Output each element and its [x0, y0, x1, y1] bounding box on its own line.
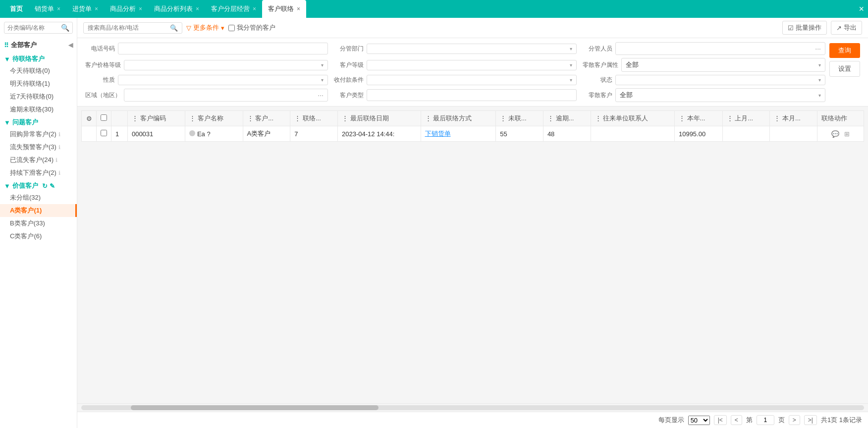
col-contact-count[interactable]: ⋮ 联络...	[290, 111, 338, 126]
sidebar-item-abnormal-repurchase[interactable]: 回购异常客户(2) ℹ	[0, 128, 77, 141]
tab-customer-contact[interactable]: 客户联络 ×	[262, 0, 306, 18]
sidebar-item-c-class[interactable]: C类客户(6)	[0, 230, 77, 243]
row-customer-level: A类客户	[243, 126, 290, 142]
col-last-month[interactable]: ⋮ 上月...	[722, 111, 770, 126]
chevron-down-dept: ▾	[570, 46, 572, 52]
col-history-contact[interactable]: ⋮ 往来单位联系人	[591, 111, 674, 126]
row-last-contact-method[interactable]: 下销货单	[421, 126, 496, 142]
refresh-icon[interactable]: ↻	[42, 182, 48, 190]
price-level-label: 客户价格等级	[85, 61, 121, 69]
next-page-button[interactable]: >	[789, 415, 800, 425]
sidebar-item-a-class[interactable]: A类客户(1)	[0, 204, 77, 217]
sidebar-item-tomorrow-pending[interactable]: 明天待联络(1)	[0, 77, 77, 90]
dept-dropdown[interactable]: ▾	[367, 44, 577, 54]
sidebar-item-unclassified[interactable]: 未分组(32)	[0, 191, 77, 204]
batch-operation-button[interactable]: ☑ 批量操作	[782, 21, 827, 35]
customer-level-dropdown[interactable]: ▾	[367, 60, 577, 70]
scroll-thumb[interactable]	[131, 405, 379, 410]
sidebar-item-lost-customer[interactable]: 已流失客户(24) ℹ	[0, 154, 77, 166]
row-last-month	[722, 126, 770, 142]
close-product-analysis[interactable]: ×	[139, 5, 142, 12]
col-customer-name[interactable]: ⋮ 客户名称	[185, 111, 243, 126]
sidebar-item-7day-pending[interactable]: 近7天待联络(0)	[0, 90, 77, 103]
col-no-contact[interactable]: ⋮ 未联...	[496, 111, 543, 126]
collapse-icon[interactable]: ◀	[68, 42, 73, 49]
sidebar-search-input[interactable]	[7, 24, 59, 31]
col-customer-code[interactable]: ⋮ 客户编码	[127, 111, 185, 126]
close-sales-order[interactable]: ×	[57, 5, 60, 12]
status-label: 状态	[583, 76, 612, 84]
message-icon[interactable]: 💬	[831, 130, 839, 138]
col-last-contact-method[interactable]: ⋮ 最后联络方式	[421, 111, 496, 126]
close-purchase-order[interactable]: ×	[95, 5, 98, 12]
tab-sales-order[interactable]: 销货单 ×	[29, 0, 66, 18]
all-customers-header[interactable]: ⠿ 全部客户 ◀	[0, 38, 77, 53]
col-this-year[interactable]: ⋮ 本年...	[674, 111, 722, 126]
info-icon: ℹ	[58, 131, 60, 138]
chevron-down-status: ▾	[818, 77, 821, 83]
row-history-contact	[591, 126, 674, 142]
tab-customer-tier[interactable]: 客户分层经营 ×	[205, 0, 262, 18]
sidebar-search-box[interactable]: 🔍	[4, 22, 73, 34]
col-last-contact-date[interactable]: ⋮ 最后联络日期	[338, 111, 421, 126]
tab-purchase-order[interactable]: 进货单 ×	[66, 0, 104, 18]
sidebar-item-overdue-pending[interactable]: 逾期未联络(30)	[0, 103, 77, 116]
nature-label: 性质	[85, 76, 115, 84]
dots-icon-manager[interactable]: ···	[815, 45, 821, 53]
dots-icon-region[interactable]: ···	[318, 91, 324, 99]
retail-customer-label: 零散客户	[583, 91, 612, 100]
select-all-checkbox[interactable]	[101, 114, 107, 121]
sidebar-item-loss-warning[interactable]: 流失预警客户(3) ℹ	[0, 141, 77, 154]
value-group-label[interactable]: ▼ 价值客户 ↻ ✎	[0, 179, 77, 191]
search-box[interactable]: 🔍	[83, 22, 182, 34]
tab-home[interactable]: 首页	[4, 0, 29, 18]
region-input[interactable]: ···	[124, 89, 328, 102]
sidebar-item-today-pending[interactable]: 今天待联络(0)	[0, 64, 77, 77]
edit-icon[interactable]: ✎	[50, 182, 55, 190]
tab-product-analysis-list[interactable]: 商品分析列表 ×	[148, 0, 205, 18]
payment-dropdown[interactable]: ▾	[367, 75, 577, 85]
sidebar-item-b-class[interactable]: B类客户(33)	[0, 217, 77, 230]
first-page-button[interactable]: |<	[714, 415, 727, 425]
pending-contact-group-label[interactable]: ▼ 待联络客户	[0, 53, 77, 64]
status-dropdown[interactable]: ▾	[615, 75, 825, 85]
nature-dropdown[interactable]: ▾	[118, 75, 328, 85]
page-size-select[interactable]: 50 100 200	[688, 416, 710, 425]
more-filters-button[interactable]: ▽ 更多条件 ▾	[186, 23, 224, 32]
col-overdue[interactable]: ⋮ 逾期...	[543, 111, 591, 126]
close-customer-tier[interactable]: ×	[253, 5, 256, 12]
close-customer-contact[interactable]: ×	[297, 5, 300, 12]
page-number-input[interactable]	[757, 415, 774, 425]
export-button[interactable]: ↗ 导出	[831, 21, 862, 35]
settings-button[interactable]: 设置	[829, 61, 860, 77]
row-checkbox[interactable]	[97, 126, 111, 142]
retail-attr-dropdown[interactable]: 全部 ▾	[621, 58, 825, 72]
col-settings[interactable]: ⚙	[82, 111, 97, 126]
tab-product-analysis[interactable]: 商品分析 ×	[104, 0, 148, 18]
grid-icon[interactable]: ⊞	[844, 130, 850, 138]
close-all-button[interactable]: ×	[859, 4, 864, 14]
manager-input[interactable]: ···	[615, 42, 825, 55]
close-product-analysis-list[interactable]: ×	[196, 5, 199, 12]
col-customer-level[interactable]: ⋮ 客户...	[243, 111, 290, 126]
horizontal-scrollbar[interactable]	[77, 403, 868, 412]
col-contact-action[interactable]: 联络动作	[817, 111, 864, 126]
col-this-month[interactable]: ⋮ 本月...	[770, 111, 817, 126]
export-icon: ↗	[836, 24, 842, 32]
triangle-icon-2: ▼	[4, 119, 10, 126]
last-page-button[interactable]: >|	[804, 415, 817, 425]
manager-label: 分管人员	[583, 45, 612, 53]
phone-input[interactable]	[118, 43, 328, 54]
retail-customer-dropdown[interactable]: 全部 ▾	[615, 88, 825, 102]
my-customers-checkbox[interactable]	[228, 25, 235, 31]
query-button[interactable]: 查询	[829, 43, 860, 58]
prev-page-button[interactable]: <	[731, 415, 742, 425]
row-select-checkbox[interactable]	[101, 130, 107, 136]
customer-type-input[interactable]	[367, 89, 577, 101]
my-customers-filter[interactable]: 我分管的客户	[228, 23, 275, 32]
row-contact-action[interactable]: 💬 ⊞	[817, 126, 864, 142]
search-input[interactable]	[88, 24, 168, 31]
problem-group-label[interactable]: ▼ 问题客户	[0, 116, 77, 128]
price-level-dropdown[interactable]: ▾	[124, 60, 328, 70]
sidebar-item-declining-customer[interactable]: 持续下滑客户(2) ℹ	[0, 166, 77, 179]
